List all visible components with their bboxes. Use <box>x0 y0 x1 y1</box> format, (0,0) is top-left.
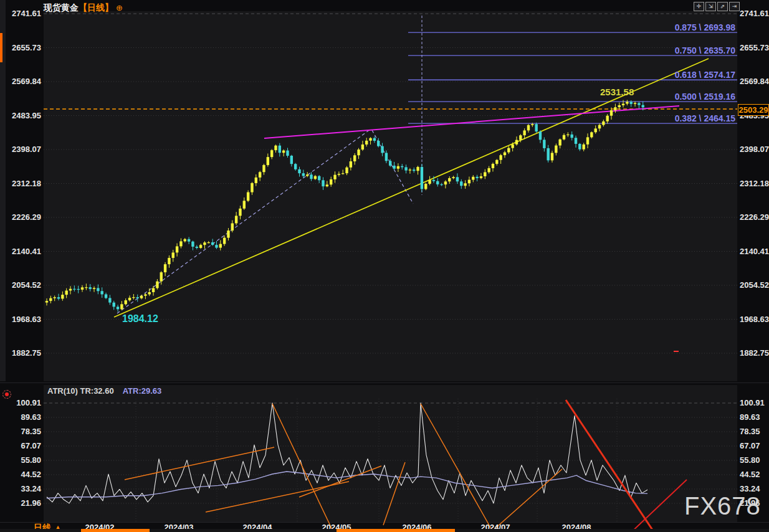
candle-body <box>480 176 482 178</box>
candle-body <box>81 287 84 290</box>
axis-tick: 2226.29 <box>0 213 41 222</box>
atr-line <box>47 472 647 498</box>
candle-body <box>523 130 525 135</box>
symbol-name: 现货黄金 <box>44 2 79 12</box>
candle-body <box>208 242 210 243</box>
candle-body <box>156 282 158 288</box>
candle-body <box>424 184 427 189</box>
atr-orange-trendline <box>421 404 492 531</box>
candle-body <box>199 245 202 248</box>
candle-body <box>566 135 569 135</box>
candle-body <box>120 304 123 309</box>
candle-body <box>464 183 466 186</box>
candle-body <box>586 137 589 144</box>
candle-body <box>539 131 542 140</box>
candle-body <box>401 166 403 168</box>
axis-tick: 1968.63 <box>740 315 769 324</box>
candle-body <box>128 298 131 300</box>
candle-body <box>369 138 371 141</box>
candle-body <box>357 150 360 155</box>
axis-tick: 67.07 <box>0 442 41 450</box>
candle-body <box>456 177 459 181</box>
candle-body <box>440 184 442 185</box>
candle-body <box>472 177 474 180</box>
fib-level-label: 0.618 \ 2574.17 <box>623 70 735 80</box>
atr-red-trendline <box>629 480 687 532</box>
fib-level-label: 0.382 \ 2464.15 <box>623 113 735 123</box>
axis-tick: 2569.84 <box>0 77 41 86</box>
axis-tick: 2741.61 <box>0 9 41 18</box>
candle-body <box>132 297 135 298</box>
candle-body <box>191 242 194 247</box>
candle-body <box>436 181 439 184</box>
horizontal-scrollbar[interactable] <box>0 529 769 532</box>
axis-tick: 78.35 <box>740 427 760 436</box>
candle-body <box>555 146 557 153</box>
fib-level-label: 0.875 \ 2693.98 <box>623 22 735 32</box>
candle-body <box>487 168 490 172</box>
candle-body <box>535 124 537 131</box>
candle-body <box>558 140 561 146</box>
candle-body <box>563 135 565 140</box>
move-tool-icon[interactable]: ✛ <box>694 2 704 11</box>
candle-body <box>531 124 533 125</box>
axis-tick: 1882.75 <box>0 349 41 358</box>
candle-body <box>492 164 494 168</box>
candle-body <box>527 125 530 131</box>
candle-body <box>61 295 64 298</box>
yellow-support-trendline <box>114 59 709 317</box>
candle-body <box>286 151 289 156</box>
candle-body <box>215 245 217 248</box>
candle-body <box>235 216 237 223</box>
candle-body <box>475 177 478 178</box>
axis-tick: 67.07 <box>740 442 760 450</box>
axis-tick: 2054.52 <box>0 281 41 290</box>
axis-tick: 44.52 <box>0 470 41 479</box>
candle-body <box>148 292 151 294</box>
candle-body <box>85 287 87 288</box>
candle-body <box>160 272 163 282</box>
candle-body <box>499 155 502 160</box>
candle-body <box>409 169 411 170</box>
scrollbar-thumb[interactable] <box>81 529 150 532</box>
goto-end-icon[interactable]: ⇥ <box>729 2 740 11</box>
candle-body <box>342 173 344 174</box>
scrollbar-thumb[interactable] <box>337 529 455 532</box>
axis-tick: 1968.63 <box>0 315 41 324</box>
candle-body <box>642 105 644 108</box>
zoom-range-icon[interactable]: ⇲ <box>705 2 716 11</box>
candle-body <box>125 300 127 304</box>
candle-body <box>416 167 419 171</box>
candle-body <box>45 301 48 303</box>
chart-toolbar: ✛⇲⇗⇥ <box>694 2 740 11</box>
candle-body <box>73 289 75 290</box>
axis-tick: 55.80 <box>0 456 41 465</box>
play-forward-icon[interactable]: ⇗ <box>717 2 728 11</box>
candle-body <box>176 246 178 252</box>
fib-level-label: 0.500 \ 2519.16 <box>623 92 735 102</box>
chart-title: 现货黄金【日线】⊕ <box>44 2 123 14</box>
candle-body <box>279 146 281 153</box>
candle-body <box>575 138 577 144</box>
candle-body <box>53 297 55 298</box>
candle-body <box>385 153 388 161</box>
axis-tick: 2312.18 <box>0 179 41 188</box>
candle-body <box>179 241 182 246</box>
axis-tick: 2741.61 <box>740 9 769 18</box>
candle-body <box>49 298 52 301</box>
candle-body <box>377 141 380 146</box>
indicator-alert-icon[interactable] <box>2 390 11 399</box>
candle-body <box>101 291 103 294</box>
period-tag: 【日线】 <box>79 2 113 12</box>
candle-body <box>274 146 277 150</box>
candle-body <box>610 110 613 116</box>
candle-body <box>290 156 293 164</box>
candle-body <box>203 242 206 245</box>
candle-body <box>65 290 67 295</box>
candle-body <box>444 181 447 184</box>
candle-body <box>638 103 640 105</box>
axis-tick: 2054.52 <box>740 281 769 290</box>
settings-icon[interactable]: ⊕ <box>116 3 123 12</box>
candle-body <box>602 121 604 125</box>
swing-low-label: 1984.12 <box>122 313 158 325</box>
